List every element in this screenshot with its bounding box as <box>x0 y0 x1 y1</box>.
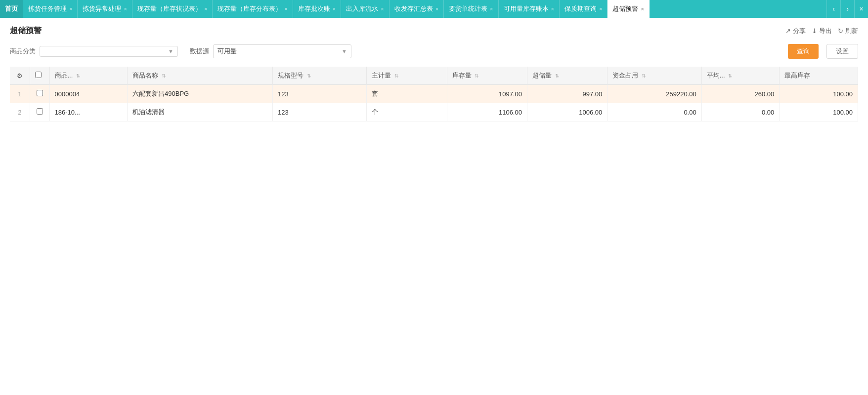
close-pick-exception[interactable]: × <box>124 6 127 12</box>
nav-item-overstock-warning[interactable]: 超储预警 × <box>608 0 649 18</box>
nav-arrows: ‹ › × <box>826 0 868 18</box>
close-overstock-warning[interactable]: × <box>641 6 644 12</box>
select-all-checkbox[interactable] <box>35 72 42 78</box>
share-button[interactable]: ↗ 分享 <box>785 27 806 36</box>
column-product-code[interactable]: 商品... ⇅ <box>49 67 128 85</box>
cell-max-stock-1: 100.00 <box>780 85 858 103</box>
sort-icon-product-code: ⇅ <box>76 73 80 79</box>
export-button[interactable]: ⤓ 导出 <box>812 27 832 36</box>
column-stock-label: 库存量 <box>452 72 472 79</box>
nav-item-pick-exception[interactable]: 拣货异常处理 × <box>78 0 132 18</box>
cell-spec-1: 123 <box>272 85 367 103</box>
nav-item-inventory-status[interactable]: 现存量（库存状况表） × <box>132 0 213 18</box>
nav-label-pick-task: 拣货任务管理 <box>28 4 67 13</box>
nav-item-shelf-life[interactable]: 保质期查询 × <box>560 0 608 18</box>
cell-product-code-2: 186-10... <box>49 103 128 121</box>
settings-button[interactable]: 设置 <box>826 44 858 59</box>
close-inventory-dist[interactable]: × <box>284 6 287 12</box>
cell-capital-1: 259220.00 <box>608 85 702 103</box>
sort-icon-stock: ⇅ <box>475 73 478 79</box>
datasource-select[interactable]: 可用量 ▼ <box>213 44 351 58</box>
row-select-2[interactable] <box>37 108 43 115</box>
row-checkbox-1[interactable] <box>30 85 49 103</box>
column-checkbox[interactable] <box>30 67 49 85</box>
close-pick-task[interactable]: × <box>69 6 72 12</box>
sort-icon-spec: ⇅ <box>307 73 311 79</box>
nav-item-pick-task[interactable]: 拣货任务管理 × <box>23 0 78 18</box>
close-inventory-batch[interactable]: × <box>333 6 336 12</box>
datasource-label: 数据源 <box>190 47 209 56</box>
close-inout-flow[interactable]: × <box>381 6 384 12</box>
cell-overstock-1: 997.00 <box>527 85 607 103</box>
nav-label-shelf-life: 保质期查询 <box>564 4 597 13</box>
nav-arrow-right[interactable]: › <box>840 0 854 18</box>
nav-label-pick-exception: 拣货异常处理 <box>83 4 121 13</box>
refresh-icon: ↻ <box>838 27 843 35</box>
query-button[interactable]: 查询 <box>788 44 819 59</box>
column-product-name-label: 商品名称 <box>132 72 158 79</box>
row-checkbox-2[interactable] <box>30 103 49 121</box>
column-overstock[interactable]: 超储量 ⇅ <box>527 67 607 85</box>
nav-arrow-left[interactable]: ‹ <box>826 0 840 18</box>
refresh-button[interactable]: ↻ 刷新 <box>838 27 858 36</box>
column-max-stock-label: 最高库存 <box>784 72 810 79</box>
cell-product-name-1: 六配套新昌490BPG <box>128 85 273 103</box>
nav-item-receive-summary[interactable]: 收发存汇总表 × <box>390 0 444 18</box>
nav-label-inventory-dist: 现存量（库存分布表） <box>217 4 282 13</box>
sort-icon-unit: ⇅ <box>394 73 398 79</box>
datasource-chevron-icon: ▼ <box>342 48 347 54</box>
nav-label-inventory-batch: 库存批次账 <box>298 4 330 13</box>
close-order-stat[interactable]: × <box>490 6 493 12</box>
cell-overstock-2: 1006.00 <box>527 103 607 121</box>
close-shelf-life[interactable]: × <box>599 6 602 12</box>
nav-label-available-ledger: 可用量库存账本 <box>504 4 549 13</box>
sort-icon-avg: ⇅ <box>728 73 732 79</box>
category-chevron-icon: ▼ <box>168 48 174 54</box>
export-icon: ⤓ <box>812 27 817 35</box>
column-spec[interactable]: 规格型号 ⇅ <box>272 67 367 85</box>
category-select[interactable]: ▼ <box>40 46 178 57</box>
page-title: 超储预警 <box>10 26 42 36</box>
column-stock[interactable]: 库存量 ⇅ <box>447 67 527 85</box>
nav-item-order-stat[interactable]: 要货单统计表 × <box>444 0 498 18</box>
column-avg[interactable]: 平均... ⇅ <box>701 67 780 85</box>
table-row: 1 0000004 六配套新昌490BPG 123 套 1097.00 997.… <box>10 85 858 103</box>
data-table: ⚙ 商品... ⇅ 商品名称 ⇅ 规格型号 ⇅ 主计量 ⇅ <box>10 67 858 121</box>
nav-item-available-ledger[interactable]: 可用量库存账本 × <box>499 0 560 18</box>
nav-label-inventory-status: 现存量（库存状况表） <box>137 4 202 13</box>
cell-spec-2: 123 <box>272 103 367 121</box>
column-product-name[interactable]: 商品名称 ⇅ <box>128 67 273 85</box>
nav-item-inventory-dist[interactable]: 现存量（库存分布表） × <box>213 0 293 18</box>
cell-avg-2: 0.00 <box>701 103 780 121</box>
nav-item-home[interactable]: 首页 <box>0 0 23 18</box>
cell-unit-1: 套 <box>367 85 447 103</box>
column-capital-label: 资金占用 <box>612 72 638 79</box>
row-select-1[interactable] <box>37 90 43 96</box>
close-inventory-status[interactable]: × <box>204 6 207 12</box>
nav-label-inout-flow: 出入库流水 <box>346 4 378 13</box>
category-filter: 商品分类 ▼ <box>10 46 178 57</box>
cell-stock-1: 1097.00 <box>447 85 527 103</box>
category-label: 商品分类 <box>10 47 36 56</box>
share-icon: ↗ <box>785 27 791 35</box>
column-settings[interactable]: ⚙ <box>10 67 30 85</box>
table-header-row: ⚙ 商品... ⇅ 商品名称 ⇅ 规格型号 ⇅ 主计量 ⇅ <box>10 67 858 85</box>
nav-arrow-close[interactable]: × <box>854 0 868 18</box>
refresh-label: 刷新 <box>845 27 858 36</box>
nav-item-inventory-batch[interactable]: 库存批次账 × <box>293 0 341 18</box>
column-max-stock[interactable]: 最高库存 <box>780 67 858 85</box>
share-label: 分享 <box>793 27 806 36</box>
column-capital[interactable]: 资金占用 ⇅ <box>608 67 702 85</box>
column-unit[interactable]: 主计量 ⇅ <box>367 67 447 85</box>
page-content: 超储预警 ↗ 分享 ⤓ 导出 ↻ 刷新 商品分类 ▼ 数据源 <box>0 18 868 129</box>
close-receive-summary[interactable]: × <box>435 6 438 12</box>
cell-max-stock-2: 100.00 <box>780 103 858 121</box>
cell-unit-2: 个 <box>367 103 447 121</box>
datasource-value: 可用量 <box>217 47 237 56</box>
close-available-ledger[interactable]: × <box>551 6 554 12</box>
sort-icon-product-name: ⇅ <box>162 73 166 79</box>
nav-item-inout-flow[interactable]: 出入库流水 × <box>341 0 389 18</box>
column-unit-label: 主计量 <box>372 72 391 79</box>
cell-product-name-2: 机油滤清器 <box>128 103 273 121</box>
row-number-1: 1 <box>10 85 30 103</box>
